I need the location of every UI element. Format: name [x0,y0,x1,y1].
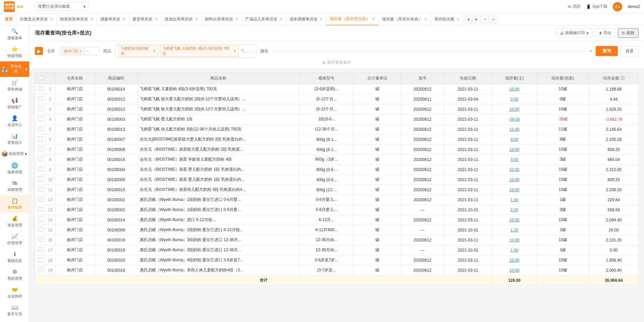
tab-stock-dist[interactable]: 现存量（库存分布表） ✕ [379,13,431,25]
tab-other-out[interactable]: 其他出库单历史 ✕ [161,13,202,25]
cell-checkbox-5[interactable] [35,135,45,145]
close-stock-status-icon[interactable]: ✕ [372,17,375,21]
cell-checkbox-2[interactable] [35,104,45,114]
warehouse-tag[interactable]: 南岸门店 ✕ [61,48,85,54]
close-cost-adjust-icon[interactable]: ✕ [320,17,323,21]
product-filter-group[interactable]: 飞鹤奶粉3段四罐装 ✕ 飞鹤星飞帆 儿童奶粉 4段(3-6岁适用) 700克 ✕… [115,44,256,58]
cell-checkbox-12[interactable] [35,205,45,215]
cell-checkbox-1[interactable] [35,94,45,104]
row-checkbox-1[interactable] [38,96,43,101]
tab-split[interactable]: 分量盘点单历史 ✕ [16,13,57,25]
cell-checkbox-14[interactable] [35,225,45,235]
tab-stock-status[interactable]: 现存量（库存状况表） ✕ [326,13,379,25]
cell-qty-main-1[interactable]: 0.00 [492,94,537,104]
cell-checkbox-16[interactable] [35,245,45,255]
cell-checkbox-8[interactable] [35,165,45,175]
tab-material-out[interactable]: 材料出库单历史 ✕ [202,13,242,25]
cell-qty-main-8[interactable]: 10.00 [492,165,537,175]
sidebar-item-shortcut[interactable]: ⭐ 快捷导航 [0,43,29,61]
sidebar-item-corp[interactable]: 🤝 企业协同 [0,284,29,302]
row-checkbox-5[interactable] [38,137,43,141]
row-checkbox-17[interactable] [38,257,43,262]
row-checkbox-15[interactable] [38,237,43,242]
tab-require[interactable]: 要货单历史 ✕ [129,13,161,25]
product-tag-1-remove-icon[interactable]: ✕ [153,49,156,53]
row-checkbox-18[interactable] [38,267,43,272]
cell-qty-main-4[interactable]: 11.00 [492,124,537,135]
row-checkbox-0[interactable] [38,86,43,91]
sidebar-item-marketing[interactable]: 📢 营销推广 [0,95,29,112]
query-btn[interactable]: 查询 [596,46,618,56]
sidebar-item-retail-shop[interactable]: 🛒 零售商城 [0,77,29,95]
cell-qty-main-13[interactable]: 10.00 [492,215,537,225]
cell-checkbox-18[interactable] [35,265,45,275]
cell-qty-main-10[interactable]: 10.00 [492,185,537,195]
sidebar-item-app-center[interactable]: 🔧 应用中心 [0,319,29,322]
tab-dismantle[interactable]: 组装拆卸单历史 ✕ [57,13,97,25]
sidebar-item-retail-stats[interactable]: 📊 零售统计 [0,130,29,148]
close-other-out-icon[interactable]: ✕ [195,17,198,21]
sidebar-item-biz[interactable]: 📈 经营管理 [0,230,29,248]
warehouse-tag-remove-icon[interactable]: ✕ [79,49,82,53]
cell-checkbox-6[interactable] [35,145,45,155]
select-all-checkbox[interactable] [38,75,43,80]
cell-checkbox-11[interactable] [35,195,45,205]
row-checkbox-9[interactable] [38,177,43,181]
sidebar-item-guide[interactable]: 📖 新手引导 [0,302,29,319]
close-require-icon[interactable]: ✕ [155,17,158,21]
warehouse-more-icon[interactable]: ··· [86,49,89,53]
cell-qty-main-7[interactable]: 3.00 [492,155,537,165]
col-checkbox-header[interactable] [35,73,45,84]
cell-checkbox-15[interactable] [35,235,45,245]
sidebar-item-member[interactable]: 👤 会员中心 [0,112,29,130]
cell-qty-main-11[interactable]: 1.00 [492,195,537,205]
color-filter-input[interactable] [272,50,586,52]
cell-qty-main-17[interactable]: 10.00 [492,255,537,265]
filter-expand-btn[interactable]: ▶ [35,47,43,55]
cell-qty-main-9[interactable]: 10.00 [492,175,537,185]
row-checkbox-12[interactable] [38,207,43,212]
export-btn[interactable]: ⬇ 导出 [595,29,615,38]
close-batch-ledger-icon[interactable]: ✕ [457,17,460,21]
close-split-icon[interactable]: ✕ [50,17,53,21]
cell-checkbox-4[interactable] [35,124,45,135]
product-tag-2-remove-icon[interactable]: ✕ [233,49,236,53]
message-btn[interactable]: ✉ 消息 [568,4,581,9]
row-checkbox-2[interactable] [38,106,43,111]
close-stock-dist-icon[interactable]: ✕ [424,17,427,21]
close-material-out-icon[interactable]: ✕ [235,17,238,21]
row-checkbox-8[interactable] [38,167,43,171]
cell-checkbox-9[interactable] [35,175,45,185]
refresh-btn[interactable]: ↻ 刷新 [618,28,639,38]
close-dismantle-icon[interactable]: ✕ [90,17,93,21]
cell-qty-main-5[interactable]: 9.00 [492,135,537,145]
close-product-in-icon[interactable]: ✕ [279,17,282,21]
tab-cost-adjust[interactable]: 成本调整单历史 ✕ [286,13,326,25]
cell-checkbox-3[interactable] [35,114,45,124]
row-checkbox-4[interactable] [38,126,43,131]
sidebar-item-ecom[interactable]: 🌐 电商管理 [0,160,29,177]
cell-qty-main-16[interactable]: 1.00 [492,245,537,255]
cell-qty-main-14[interactable]: 1.00 [492,225,537,235]
cell-checkbox-10[interactable] [35,185,45,195]
row-checkbox-13[interactable] [38,217,43,222]
tab-prev-btn[interactable]: ◀ [465,16,472,23]
row-checkbox-14[interactable] [38,227,43,232]
cell-qty-main-18[interactable]: 10.00 [492,265,537,275]
tab-product-in[interactable]: 产成品入库单历史 ✕ [242,13,286,25]
row-checkbox-11[interactable] [38,197,43,202]
tab-expand-btn[interactable]: ⊡ [490,16,497,23]
cell-qty-main-15[interactable]: 10.00 [492,235,537,245]
company-selector[interactable]: 母婴行业演示账套 ▾ [35,2,89,11]
settings-btn[interactable]: 设置 [621,46,639,56]
tab-batch-ledger[interactable]: 库存批次账 ✕ [431,13,463,25]
sidebar-item-retail[interactable]: 🏪 零售管理 ▼ [0,61,29,77]
cell-qty-main-3[interactable]: -39.00 [492,114,537,124]
cell-checkbox-0[interactable] [35,84,45,94]
product-tag-2[interactable]: 飞鹤星飞帆 儿童奶粉 4段(3-6岁适用) 700克 ✕ [160,45,238,57]
color-dropdown-icon[interactable]: ▾ [590,49,592,53]
sidebar-item-purchase[interactable]: 🛍 采购管理 [0,177,29,195]
cell-checkbox-7[interactable] [35,155,45,165]
row-checkbox-3[interactable] [38,116,43,121]
app-download-btn[interactable]: 📱 App下载 [586,4,607,9]
